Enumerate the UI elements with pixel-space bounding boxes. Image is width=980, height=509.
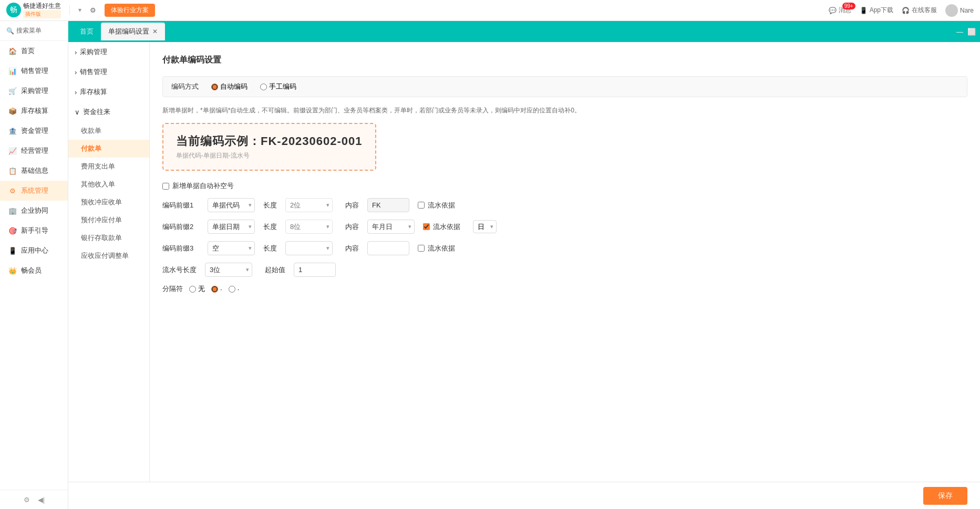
brand: 畅 畅捷通好生意 插件版 <box>6 2 61 18</box>
sidebar-search[interactable]: 🔍 搜索菜单 <box>0 21 68 41</box>
sidebar-item-guide[interactable]: 🎯 新手引导 <box>0 221 68 241</box>
dropdown-arrow[interactable]: ▾ <box>78 6 81 14</box>
chevron-right-icon2: › <box>75 68 77 76</box>
top-bar: 畅 畅捷通好生意 插件版 ▾ ⚙ 体验行业方案 💬 消息 99+ 📱 App下载… <box>0 0 980 21</box>
prefix2-serial-checkbox[interactable] <box>423 223 430 230</box>
sidebar-item-info[interactable]: 📋 基础信息 <box>0 161 68 181</box>
separator-row: 分隔符 无 · · <box>162 284 967 294</box>
sidebar-item-system[interactable]: ⚙ 系统管理 <box>0 181 68 201</box>
tab-encoding-settings[interactable]: 单据编码设置 ✕ <box>101 23 165 40</box>
serial-length-label: 流水号长度 <box>162 265 197 275</box>
message-btn[interactable]: 💬 消息 99+ <box>829 6 851 15</box>
guide-icon: 🎯 <box>8 226 17 235</box>
sidebar-item-enterprise[interactable]: 🏢 企业协同 <box>0 201 68 221</box>
top-bar-left: 畅 畅捷通好生意 插件版 ▾ ⚙ 体验行业方案 <box>6 2 824 18</box>
sep-dot-radio[interactable]: · <box>211 285 222 293</box>
manual-encoding-radio[interactable]: 手工编码 <box>260 82 296 91</box>
sub-group-purchase: › 采购管理 <box>68 42 149 62</box>
prefix1-serial-checkbox[interactable] <box>418 202 425 209</box>
trial-btn[interactable]: 体验行业方案 <box>105 4 155 17</box>
sub-item-expense[interactable]: 费用支出单 <box>68 158 149 175</box>
sub-item-payment[interactable]: 付款单 <box>68 140 149 158</box>
tab-bar: 首页 单据编码设置 ✕ — ⬜ <box>68 21 980 42</box>
sub-item-other-income[interactable]: 其他收入单 <box>68 175 149 193</box>
app-download-btn[interactable]: 📱 App下载 <box>860 6 893 15</box>
sub-group-sales-title[interactable]: › 销售管理 <box>68 62 149 82</box>
sub-item-bank[interactable]: 银行存取款单 <box>68 229 149 247</box>
prefix1-select[interactable]: 单据代码 <box>208 198 255 212</box>
avatar-img <box>945 4 958 17</box>
sidebar-item-finance[interactable]: 🏦 资金管理 <box>0 121 68 141</box>
sidebar-item-apps[interactable]: 📱 应用中心 <box>0 241 68 261</box>
settings-icon[interactable]: ⚙ <box>86 3 100 17</box>
sub-group-finance-title[interactable]: ∨ 资金往来 <box>68 102 149 122</box>
sep-dot-input[interactable] <box>211 286 218 293</box>
message-badge: 99+ <box>842 3 855 9</box>
separator-label: 分隔符 <box>162 284 183 294</box>
tab-minimize-icon[interactable]: — <box>956 28 963 36</box>
form-area: 付款单编码设置 编码方式 自动编码 手工编码 <box>150 42 980 482</box>
sidebar-item-inventory[interactable]: 📦 库存核算 <box>0 101 68 121</box>
sep-none-radio[interactable]: 无 <box>189 284 205 294</box>
prefix3-length-select[interactable] <box>285 241 333 255</box>
tab-encoding-label: 单据编码设置 <box>108 27 149 36</box>
prefix2-length-select[interactable]: 8位 <box>285 220 333 234</box>
sidebar-item-label: 经营管理 <box>21 146 48 155</box>
member-icon: 👑 <box>8 266 17 275</box>
code-preview-main: 当前编码示例：FK-20230602-001 <box>176 133 363 149</box>
sep-dot2-input[interactable] <box>229 286 235 293</box>
code-preview-sub: 单据代码-单据日期-流水号 <box>176 151 363 160</box>
sub-item-pre-receipt[interactable]: 预收冲应收单 <box>68 193 149 211</box>
auto-fill-checkbox[interactable] <box>162 183 169 190</box>
sidebar-item-purchase[interactable]: 🛒 采购管理 <box>0 81 68 101</box>
prefix1-length-select[interactable]: 2位 <box>285 198 333 212</box>
prefix3-serial-checkbox[interactable] <box>418 245 425 252</box>
sidebar-item-label: 销售管理 <box>21 66 48 76</box>
sub-group-inventory-title[interactable]: › 库存核算 <box>68 82 149 102</box>
auto-encoding-radio[interactable]: 自动编码 <box>211 82 247 91</box>
finance-icon: 🏦 <box>8 127 17 135</box>
sep-none-input[interactable] <box>189 286 196 293</box>
sidebar-bottom: ⚙ ◀| <box>0 490 68 509</box>
chevron-down-icon: ∨ <box>75 108 80 116</box>
prefix2-serial-label[interactable]: 流水依据 <box>423 222 460 232</box>
sidebar-item-label: 资金管理 <box>21 126 48 136</box>
sidebar-item-operations[interactable]: 📈 经营管理 <box>0 141 68 161</box>
service-icon: 🎧 <box>902 7 910 14</box>
prefix2-day-select[interactable]: 日 月 年 <box>473 220 497 233</box>
start-value-input[interactable] <box>294 263 336 277</box>
chevron-right-icon: › <box>75 48 77 56</box>
tab-home[interactable]: 首页 <box>73 23 101 40</box>
tab-close-icon[interactable]: ✕ <box>152 28 158 35</box>
sub-item-pre-payment[interactable]: 预付冲应付单 <box>68 211 149 229</box>
sub-item-ap-adjust[interactable]: 应收应付调整单 <box>68 247 149 265</box>
prefix3-select[interactable]: 空 <box>208 241 255 255</box>
collapse-icon[interactable]: ◀| <box>36 494 47 505</box>
chevron-right-icon3: › <box>75 88 77 96</box>
sidebar-item-member[interactable]: 👑 畅会员 <box>0 261 68 281</box>
prefix3-content-input[interactable] <box>367 241 409 255</box>
sub-group-purchase-title[interactable]: › 采购管理 <box>68 42 149 62</box>
sidebar-item-label: 系统管理 <box>21 186 48 195</box>
message-icon: 💬 <box>829 7 837 14</box>
serial-length-wrapper: 3位 4位 5位 <box>205 263 252 277</box>
serial-length-select[interactable]: 3位 4位 5位 <box>205 263 252 277</box>
sidebar-item-home[interactable]: 🏠 首页 <box>0 41 68 61</box>
prefix2-content-select[interactable]: 年月日 <box>367 220 415 234</box>
desc-text: 新增单据时，*单据编码*自动生成，不可编辑。前缀设置为部门、业务员等档案类，开单… <box>162 106 967 116</box>
prefix2-select[interactable]: 单据日期 <box>208 220 255 234</box>
sep-dot2-radio[interactable]: · <box>229 285 240 293</box>
prefix1-serial-label[interactable]: 流水依据 <box>418 201 455 210</box>
user-avatar[interactable]: Nare <box>945 4 974 17</box>
prefix3-row: 编码前缀3 空 长度 内容 <box>162 241 967 255</box>
sidebar-item-sales[interactable]: 📊 销售管理 <box>0 61 68 81</box>
save-button[interactable]: 保存 <box>923 487 967 505</box>
prefix3-serial-label[interactable]: 流水依据 <box>418 244 455 253</box>
sub-item-receipt[interactable]: 收款单 <box>68 122 149 140</box>
manual-radio-input[interactable] <box>260 84 267 90</box>
online-service-btn[interactable]: 🎧 在线客服 <box>902 6 937 15</box>
tab-maximize-icon[interactable]: ⬜ <box>967 28 976 36</box>
auto-radio-input[interactable] <box>211 84 218 90</box>
settings-bottom-icon[interactable]: ⚙ <box>22 494 32 505</box>
operations-icon: 📈 <box>8 147 17 155</box>
